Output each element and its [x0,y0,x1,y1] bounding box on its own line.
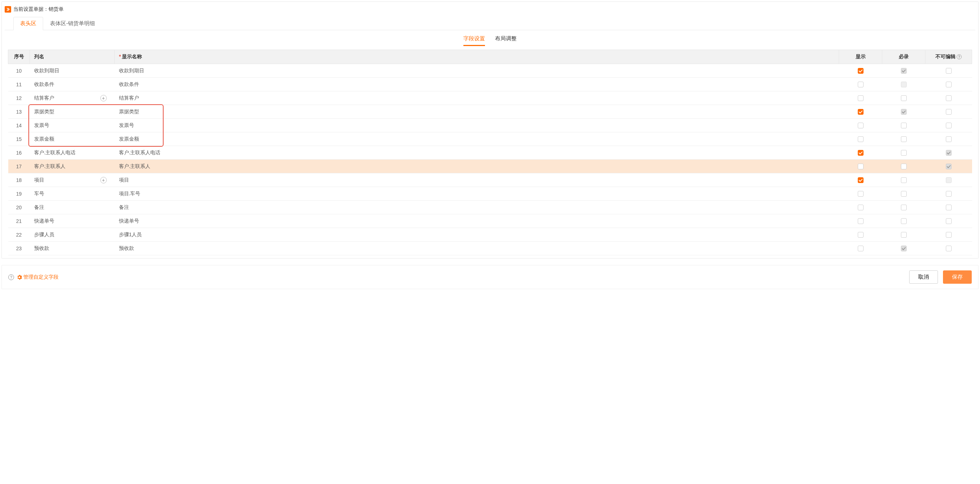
row-colname: 快递单号 [30,214,115,228]
checkbox-readonly[interactable] [946,82,951,88]
checkbox-required[interactable] [901,205,907,210]
checkbox-required[interactable] [901,164,907,169]
checkbox-readonly[interactable] [946,136,951,142]
checkbox-readonly[interactable] [946,109,951,115]
cell-readonly [925,201,972,214]
checkbox-readonly [946,177,951,183]
primary-tab-0[interactable]: 表头区 [13,17,43,30]
row-displayname[interactable]: 收款条件 [115,78,839,91]
checkbox-show[interactable] [858,123,864,128]
table-row: 11收款条件收款条件 [8,78,972,91]
row-displayname[interactable]: 客户.主联系人电话 [115,146,839,160]
manage-custom-fields-link[interactable]: 管理自定义字段 [17,274,59,280]
row-colname: 发票号 [30,119,115,132]
checkbox-show[interactable] [858,136,864,142]
checkbox-show[interactable] [858,191,864,197]
title-label: 当前设置单据：销货单 [13,6,64,13]
expand-icon[interactable] [5,6,11,13]
cell-required [882,64,925,78]
checkbox-required[interactable] [901,218,907,224]
cell-readonly [925,214,972,228]
save-button[interactable]: 保存 [943,271,972,284]
checkbox-required[interactable] [901,177,907,183]
row-displayname[interactable]: 项目 [115,174,839,187]
cell-show [839,242,882,255]
checkbox-required[interactable] [901,136,907,142]
cell-required [882,78,925,91]
table-row: 18项目+项目 [8,174,972,187]
row-displayname[interactable]: 收款到期日 [115,64,839,78]
checkbox-show[interactable] [858,95,864,101]
row-colname: 票据类型 [30,105,115,119]
footer-bar: ? 管理自定义字段 取消 保存 [2,265,978,289]
checkbox-readonly[interactable] [946,95,951,101]
add-icon[interactable]: + [100,95,107,101]
checkbox-required[interactable] [901,123,907,128]
row-colname: 发票金额 [30,132,115,146]
row-index: 18 [8,174,30,187]
row-index: 21 [8,214,30,228]
checkbox-readonly[interactable] [946,218,951,224]
checkbox-readonly [946,150,951,156]
row-displayname[interactable]: 快递单号 [115,214,839,228]
row-displayname[interactable]: 步骤1人员 [115,228,839,242]
row-displayname[interactable]: 预收款 [115,242,839,255]
checkbox-show[interactable] [858,150,864,156]
checkbox-required[interactable] [901,191,907,197]
checkbox-readonly[interactable] [946,232,951,238]
checkbox-readonly[interactable] [946,245,951,252]
cell-show [839,174,882,187]
checkbox-readonly[interactable] [946,123,951,128]
checkbox-show[interactable] [858,232,864,238]
row-displayname[interactable]: 发票号 [115,119,839,132]
row-colname: 收款条件 [30,78,115,91]
row-displayname[interactable]: 客户.主联系人 [115,160,839,174]
row-displayname[interactable]: 发票金额 [115,132,839,146]
primary-tab-1[interactable]: 表体区-销货单明细 [43,17,102,30]
cancel-button[interactable]: 取消 [909,271,938,284]
secondary-tab-0[interactable]: 字段设置 [463,35,485,46]
add-icon[interactable]: + [100,177,107,183]
checkbox-required[interactable] [901,232,907,238]
checkbox-show[interactable] [858,109,864,115]
row-displayname[interactable]: 结算客户 [115,91,839,105]
cell-readonly [925,174,972,187]
fields-table: 序号 列名 *显示名称 显示 必录 不可编辑? 10收款到期日收款到期日11收款… [8,49,972,255]
checkbox-required [901,68,907,74]
row-displayname[interactable]: 备注 [115,201,839,214]
table-row: 19车号项目.车号 [8,187,972,201]
checkbox-show[interactable] [858,82,864,88]
checkbox-readonly [946,164,951,169]
cell-readonly [925,64,972,78]
th-seq: 序号 [8,50,30,64]
checkbox-show[interactable] [858,245,864,252]
checkbox-show[interactable] [858,205,864,210]
checkbox-show[interactable] [858,218,864,224]
row-displayname[interactable]: 票据类型 [115,105,839,119]
table-row: 15发票金额发票金额 [8,132,972,146]
checkbox-show[interactable] [858,164,864,169]
checkbox-required [901,82,907,88]
secondary-tabs: 字段设置布局调整 [5,30,975,46]
checkbox-show[interactable] [858,68,864,74]
help-icon[interactable]: ? [957,54,962,59]
checkbox-show[interactable] [858,177,864,183]
checkbox-readonly[interactable] [946,205,951,210]
cell-readonly [925,242,972,255]
title-bar: 当前设置单据：销货单 [5,5,975,17]
cell-required [882,132,925,146]
secondary-tab-1[interactable]: 布局调整 [495,35,517,46]
row-colname: 结算客户+ [30,91,115,105]
row-colname: 收款到期日 [30,64,115,78]
cell-required [882,119,925,132]
question-icon[interactable]: ? [8,274,14,280]
cell-required [882,228,925,242]
checkbox-required[interactable] [901,150,907,156]
row-displayname[interactable]: 项目.车号 [115,187,839,201]
row-index: 13 [8,105,30,119]
table-row: 13票据类型票据类型 [8,105,972,119]
checkbox-required[interactable] [901,95,907,101]
checkbox-readonly[interactable] [946,68,951,74]
cell-show [839,187,882,201]
checkbox-readonly[interactable] [946,191,951,197]
